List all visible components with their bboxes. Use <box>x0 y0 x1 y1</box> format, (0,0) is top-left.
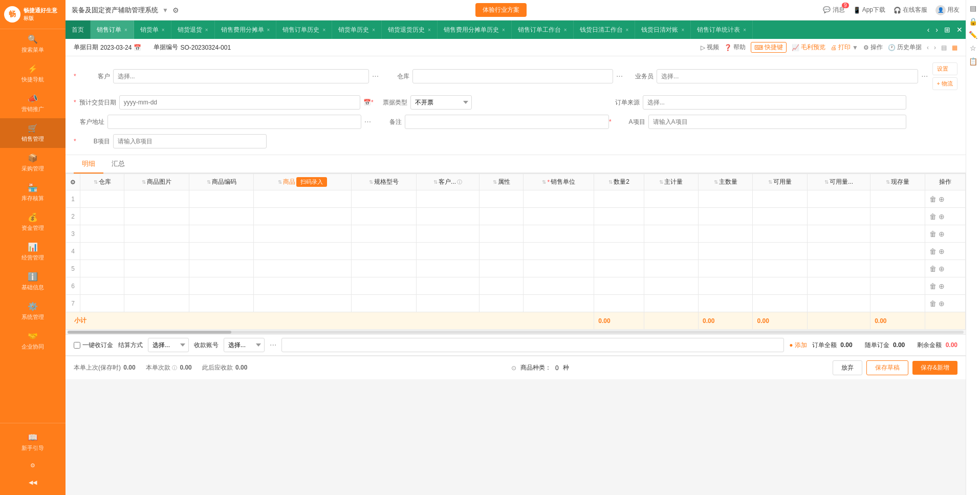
view-action[interactable]: ▷ 视频 <box>701 43 719 52</box>
sidebar-item-guide[interactable]: 📖 新手引导 <box>0 427 66 457</box>
row-3-main-qty[interactable] <box>699 225 753 243</box>
row-5-main-unit[interactable] <box>644 260 698 277</box>
settings-gear-icon[interactable]: ⚙ <box>172 6 179 14</box>
tab-sales-order[interactable]: 销售订单 × <box>91 20 134 39</box>
print-action[interactable]: 🖨 打印 ▼ <box>831 43 858 52</box>
tab-close-sales-stats[interactable]: × <box>743 27 746 33</box>
row-7-attribute[interactable] <box>480 295 524 312</box>
row-2-main-qty[interactable] <box>699 208 753 225</box>
tab-invoice-history[interactable]: 销货单历史 × <box>332 20 382 39</box>
sidebar-item-operations[interactable]: 📊 经营管理 <box>0 237 66 267</box>
row-5-main-qty[interactable] <box>699 260 753 277</box>
row-1-attribute[interactable] <box>480 190 524 208</box>
add-btn[interactable]: ● 添加 <box>789 341 807 350</box>
tab-detail[interactable]: 明细 <box>74 155 103 174</box>
row-5-unit[interactable] <box>524 260 594 277</box>
tab-close-order-history[interactable]: × <box>322 27 325 33</box>
sidebar-item-sales[interactable]: 🛒 销售管理 <box>0 118 66 148</box>
sidebar-item-marketing[interactable]: 📣 营销推广 <box>0 89 66 118</box>
row-3-attribute[interactable] <box>480 225 524 243</box>
system-dropdown-icon[interactable]: ▼ <box>162 7 168 14</box>
row-1-spec[interactable] <box>352 190 417 208</box>
warehouse-input[interactable]: 成品库 <box>412 69 613 83</box>
sidebar-item-inventory[interactable]: 🏪 库存核算 <box>0 178 66 207</box>
row-2-attribute[interactable] <box>480 208 524 225</box>
row-6-customer-code[interactable] <box>416 277 479 295</box>
tab-sales-order-history[interactable]: 销售订单历史 × <box>276 20 332 39</box>
row-4-code[interactable] <box>189 243 254 260</box>
sidebar-settings-btn[interactable]: ⚙ <box>0 457 66 474</box>
row-3-spec[interactable] <box>352 225 417 243</box>
one-key-deposit-checkbox[interactable] <box>74 342 80 349</box>
print-dropdown-icon[interactable]: ▼ <box>852 44 858 51</box>
row-7-main-qty[interactable] <box>699 295 753 312</box>
row-6-main-unit[interactable] <box>644 277 698 295</box>
row-2-warehouse[interactable] <box>80 208 124 225</box>
prev-record-icon[interactable]: ‹ <box>927 44 929 51</box>
save-draft-btn[interactable]: 保存草稿 <box>866 360 908 375</box>
list-view-icon[interactable]: ▤ <box>941 44 947 51</box>
history-action[interactable]: 🕐 历史单据 <box>888 43 922 52</box>
date-value[interactable]: 2023-03-24 <box>100 44 132 51</box>
row-5-warehouse[interactable] <box>80 260 124 277</box>
row-6-product[interactable] <box>254 277 352 295</box>
form-view-icon[interactable]: ▦ <box>952 44 957 51</box>
copy-icon-3[interactable]: ⊕ <box>939 230 945 238</box>
row-5-customer-code[interactable] <box>416 260 479 277</box>
b-project-input[interactable] <box>113 134 267 148</box>
tab-expense-history[interactable]: 销售费用分摊单历史 × <box>438 20 512 39</box>
tab-close-sales-expense[interactable]: × <box>267 27 270 33</box>
row-6-main-qty[interactable] <box>699 277 753 295</box>
order-source-input[interactable] <box>643 95 906 110</box>
row-4-unit[interactable] <box>524 243 594 260</box>
row-3-warehouse[interactable] <box>80 225 124 243</box>
tab-return-history[interactable]: 销货退货历史 × <box>382 20 438 39</box>
row-1-unit[interactable] <box>524 190 594 208</box>
tab-sales-stats[interactable]: 销售订单统计表 × <box>691 20 753 39</box>
row-7-customer-code[interactable] <box>416 295 479 312</box>
profit-action[interactable]: 📈 毛利预览 <box>792 43 825 52</box>
row-4-main-unit[interactable] <box>644 243 698 260</box>
sidebar-item-system[interactable]: ⚙️ 系统管理 <box>0 296 66 326</box>
row-2-spec[interactable] <box>352 208 417 225</box>
shortcut-action[interactable]: ⌨ 快捷键 <box>751 42 787 53</box>
row-5-spec[interactable] <box>352 260 417 277</box>
account-select[interactable]: 选择... <box>224 338 265 352</box>
sidebar-item-purchase[interactable]: 📦 采购管理 <box>0 148 66 178</box>
right-icon-star[interactable]: ☆ <box>967 42 979 54</box>
delete-icon-3[interactable]: 🗑 <box>929 230 937 238</box>
right-icon-edit[interactable]: ✏️ <box>967 29 979 41</box>
right-icon-lock[interactable]: 🔒 <box>967 15 979 28</box>
row-7-main-unit[interactable] <box>644 295 698 312</box>
operation-action[interactable]: ⚙ 操作 <box>863 43 883 52</box>
copy-icon-2[interactable]: ⊕ <box>939 212 945 221</box>
nav-next-icon[interactable]: › <box>932 26 941 34</box>
row-1-main-unit[interactable] <box>644 190 698 208</box>
row-2-main-unit[interactable] <box>644 208 698 225</box>
right-icon-grid[interactable]: ▤ <box>967 2 979 14</box>
remark-input[interactable] <box>405 115 609 129</box>
row-6-attribute[interactable] <box>480 277 524 295</box>
row-3-qty2[interactable] <box>594 225 644 243</box>
delete-icon-6[interactable]: 🗑 <box>929 282 937 290</box>
tab-summary[interactable]: 汇总 <box>103 155 133 173</box>
copy-icon-6[interactable]: ⊕ <box>939 282 945 290</box>
row-7-product[interactable] <box>254 295 352 312</box>
material-btn[interactable]: + 物流 <box>932 77 957 90</box>
row-2-unit[interactable] <box>524 208 594 225</box>
sidebar-collapse-btn[interactable]: ◀◀ <box>0 474 66 491</box>
row-7-code[interactable] <box>189 295 254 312</box>
row-4-product[interactable] <box>254 243 352 260</box>
row-2-product[interactable] <box>254 208 352 225</box>
row-2-qty2[interactable] <box>594 208 644 225</box>
row-7-spec[interactable] <box>352 295 417 312</box>
customer-input[interactable] <box>113 69 369 83</box>
delivery-input[interactable] <box>119 95 360 110</box>
settings-btn[interactable]: 设置 <box>932 62 957 75</box>
row-3-code[interactable] <box>189 225 254 243</box>
message-badge[interactable]: 💬 消息 9 <box>823 6 844 14</box>
row-5-qty2[interactable] <box>594 260 644 277</box>
row-1-customer-code[interactable] <box>416 190 479 208</box>
nav-close-all-icon[interactable]: ✕ <box>953 26 966 34</box>
staff-more-icon[interactable]: ··· <box>921 72 928 81</box>
